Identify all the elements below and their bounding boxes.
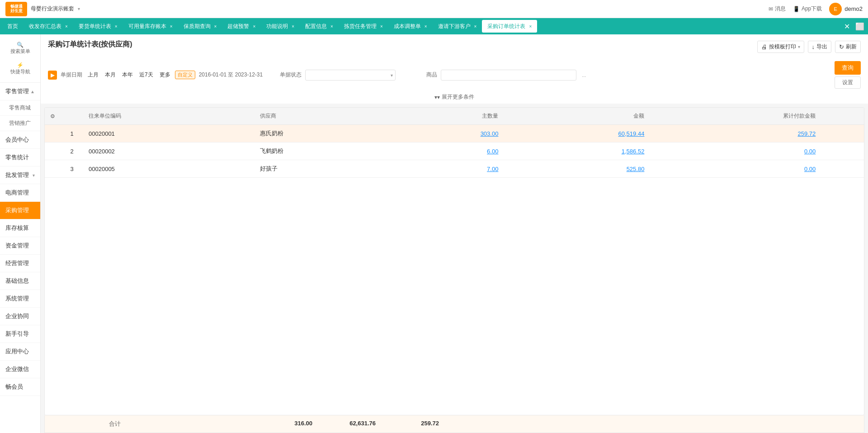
- footer-paid: 259.72: [385, 420, 439, 428]
- workspace-selector[interactable]: 母婴行业演示账套: [31, 5, 74, 13]
- sidebar-item-purchase[interactable]: 采购管理: [0, 202, 40, 219]
- page-title: 采购订单统计表(按供应商): [48, 40, 132, 49]
- sidebar-item-finance[interactable]: 资金管理: [0, 237, 40, 255]
- sidebar-item-basic-info[interactable]: 基础信息: [0, 272, 40, 290]
- footer-amount: 62,631.76: [321, 420, 376, 428]
- app-download-btn[interactable]: 📱 App下载: [793, 5, 822, 13]
- expand-conditions-btn[interactable]: ▾▾ 展开更多条件: [434, 93, 474, 101]
- restore-tab-btn[interactable]: ⬜: [854, 22, 866, 31]
- row2-gear: [45, 143, 61, 160]
- row1-qty[interactable]: 303.00: [390, 125, 504, 143]
- date-7days[interactable]: 近7天: [137, 70, 155, 80]
- row1-paid[interactable]: 259.72: [650, 125, 821, 143]
- tab-pick-task[interactable]: 拣货任务管理 ×: [339, 20, 388, 33]
- user-area[interactable]: E demo2: [829, 3, 863, 15]
- print-btn[interactable]: 🖨 按模板打印 ▾: [757, 41, 804, 53]
- quick-nav-item[interactable]: ⚡ 快捷导航: [3, 58, 38, 79]
- sidebar-item-retail-store[interactable]: 零售商城: [0, 100, 40, 116]
- message-label: 消息: [775, 5, 786, 13]
- tab-cost-adjust[interactable]: 成本调整单 ×: [388, 20, 433, 33]
- date-more[interactable]: 更多: [158, 70, 172, 80]
- sidebar-item-batch[interactable]: 批发管理 ▾: [0, 167, 40, 184]
- date-range-display: 2016-01-01 至 2023-12-31: [199, 71, 263, 79]
- sidebar-item-app-center[interactable]: 应用中心: [0, 343, 40, 361]
- row3-gear: [45, 160, 61, 178]
- tab-config[interactable]: 配置信息 ×: [300, 20, 339, 33]
- row1-code: 00020001: [83, 125, 255, 143]
- content-area: 采购订单统计表(按供应商) 🖨 按模板打印 ▾ ↓ 导出 ↻ 刷新: [41, 34, 868, 433]
- sidebar-item-marketing[interactable]: 营销推广: [0, 116, 40, 131]
- table-container: ⚙ 往来单位编码 供应商 主数量 金额 累计付款金额 1: [44, 107, 864, 415]
- close-tab-stock[interactable]: ×: [170, 24, 173, 29]
- sidebar-item-ecommerce[interactable]: 电商管理: [0, 184, 40, 202]
- tab-expiry[interactable]: 保质期查询 ×: [178, 20, 222, 33]
- row2-amount[interactable]: 1,586.52: [504, 143, 650, 160]
- export-icon: ↓: [812, 43, 815, 50]
- close-tab-invite[interactable]: ×: [474, 24, 477, 29]
- settings-btn[interactable]: 设置: [835, 76, 861, 89]
- tab-available-stock[interactable]: 可用量库存账本 ×: [123, 20, 178, 33]
- gear-icon[interactable]: ⚙: [50, 113, 55, 119]
- print-icon: 🖨: [761, 43, 767, 50]
- sidebar-item-member[interactable]: 会员中心: [0, 131, 40, 149]
- row2-seq: 2: [61, 143, 83, 160]
- user-name-label: demo2: [844, 5, 863, 12]
- date-custom-tag[interactable]: 自定义: [175, 71, 195, 79]
- refresh-btn[interactable]: ↻ 刷新: [835, 41, 861, 53]
- row1-amount[interactable]: 60,519.44: [504, 125, 650, 143]
- close-all-tabs-btn[interactable]: ✕: [842, 22, 852, 31]
- goods-more-btn[interactable]: ...: [582, 72, 586, 78]
- close-tab-pick[interactable]: ×: [380, 24, 383, 29]
- message-btn[interactable]: ✉ 消息: [769, 5, 786, 13]
- close-tab-cost[interactable]: ×: [425, 24, 427, 29]
- sidebar-item-wechat[interactable]: 企业微信: [0, 361, 40, 378]
- sidebar-item-operations[interactable]: 经营管理: [0, 255, 40, 272]
- sidebar-item-retail-stats[interactable]: 零售统计: [0, 149, 40, 167]
- row1-seq: 1: [61, 125, 83, 143]
- sidebar-item-new-guide[interactable]: 新手引导: [0, 325, 40, 343]
- close-tab-function[interactable]: ×: [292, 24, 294, 29]
- date-last-month[interactable]: 上月: [86, 70, 100, 80]
- tab-home[interactable]: 首页: [2, 20, 24, 33]
- row2-empty: [821, 143, 864, 160]
- filter-toggle[interactable]: ▶: [48, 71, 57, 80]
- th-supplier-name: 供应商: [255, 108, 390, 125]
- sidebar-item-free-member[interactable]: 畅会员: [0, 378, 40, 396]
- tab-function[interactable]: 功能说明 ×: [261, 20, 300, 33]
- close-tab-config[interactable]: ×: [330, 24, 333, 29]
- close-tab-order[interactable]: ×: [115, 24, 118, 29]
- status-label: 单据状态: [280, 71, 302, 79]
- close-tab-purchase[interactable]: ×: [529, 24, 532, 29]
- sidebar-item-system[interactable]: 系统管理: [0, 290, 40, 308]
- refresh-icon: ↻: [839, 43, 844, 50]
- status-select[interactable]: [305, 70, 396, 81]
- query-btn[interactable]: 查询: [835, 61, 861, 75]
- row1-empty: [821, 125, 864, 143]
- date-this-month[interactable]: 本月: [103, 70, 118, 80]
- tab-overstock[interactable]: 超储预警 ×: [222, 20, 261, 33]
- sidebar-item-retail-mgmt[interactable]: 零售管理 ▲: [0, 83, 40, 100]
- sidebar-search-item[interactable]: 🔍 搜索菜单: [3, 38, 38, 58]
- row3-amount[interactable]: 525.80: [504, 160, 650, 178]
- close-tab-receive[interactable]: ×: [65, 24, 68, 29]
- sidebar-item-inventory[interactable]: 库存核算: [0, 219, 40, 237]
- close-tab-expiry[interactable]: ×: [214, 24, 217, 29]
- tab-order-summary[interactable]: 要货单统计表 ×: [73, 20, 123, 33]
- date-this-year[interactable]: 本年: [120, 70, 135, 80]
- tab-receive-summary[interactable]: 收发存汇总表 ×: [24, 20, 73, 33]
- row2-paid[interactable]: 0.00: [650, 143, 821, 160]
- tab-invite[interactable]: 邀请下游客户 ×: [433, 20, 482, 33]
- row2-qty[interactable]: 6.00: [390, 143, 504, 160]
- tab-purchase-summary[interactable]: 采购订单统计表 ×: [482, 20, 537, 33]
- table-row: 3 00020005 好孩子 7.00 525.80 0.00: [45, 160, 864, 178]
- export-btn[interactable]: ↓ 导出: [808, 41, 832, 53]
- batch-expand-icon: ▾: [33, 173, 35, 178]
- refresh-label: 刷新: [846, 43, 857, 51]
- row3-qty[interactable]: 7.00: [390, 160, 504, 178]
- close-tab-overstock[interactable]: ×: [253, 24, 255, 29]
- footer-gear-spacer: [50, 420, 86, 428]
- row3-paid[interactable]: 0.00: [650, 160, 821, 178]
- goods-input[interactable]: [441, 70, 576, 81]
- sidebar-item-enterprise[interactable]: 企业协同: [0, 308, 40, 325]
- workspace-arrow[interactable]: ▾: [78, 6, 80, 11]
